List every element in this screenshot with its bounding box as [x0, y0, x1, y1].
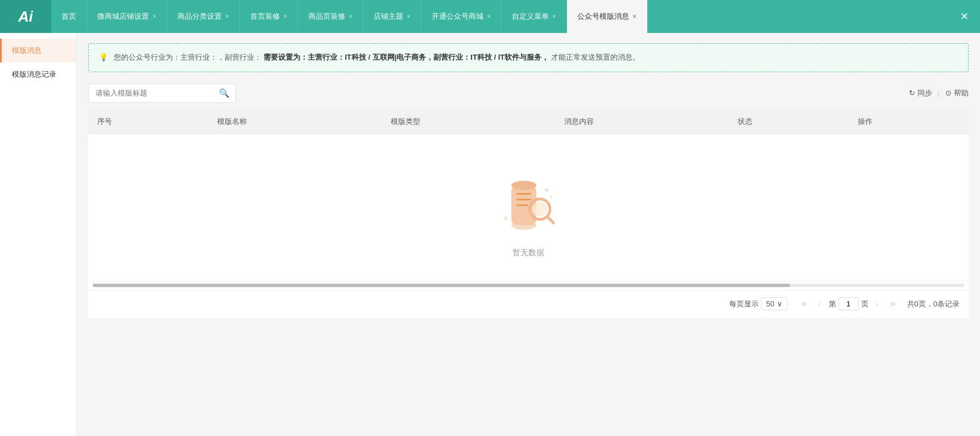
close-tab-template-msg[interactable]: × [632, 13, 636, 20]
close-tab-product-category[interactable]: × [225, 13, 229, 20]
page-nav: ⊲ ‹ 第 页 › ⊳ 共0页，0条记录 [797, 297, 960, 311]
toolbar: 🔍 ↻ 同步 | ⊙ 帮助 [88, 84, 969, 103]
search-input[interactable] [89, 85, 213, 101]
sidebar-item-template-msg[interactable]: 模版消息 [0, 39, 76, 63]
svg-point-11 [504, 217, 507, 220]
scrollbar-thumb [93, 284, 790, 287]
nav-tabs: 首页 微商城店铺设置 × 商品分类设置 × 首页装修 × 商品页装修 × 店铺主… [51, 0, 949, 33]
sync-icon: ↻ [909, 89, 915, 97]
nav-tab-template-msg[interactable]: 公众号模版消息 × [567, 0, 647, 33]
empty-state: 暂无数据 [88, 134, 969, 281]
first-page-button[interactable]: ⊲ [797, 297, 811, 311]
sidebar-item-template-msg-record[interactable]: 模版消息记录 [0, 63, 76, 86]
close-tab-open-public-shop[interactable]: × [487, 13, 491, 20]
nav-tab-shop-theme[interactable]: 店铺主题 × [363, 0, 421, 33]
nav-tab-product-decor[interactable]: 商品页装修 × [298, 0, 363, 33]
col-header-type: 模版类型 [382, 110, 555, 134]
nav-tab-home[interactable]: 首页 [51, 0, 87, 33]
close-tab-home-decor[interactable]: × [283, 13, 287, 20]
sidebar: 模版消息 模版消息记录 [0, 33, 77, 436]
help-button[interactable]: ⊙ 帮助 [945, 88, 969, 98]
col-header-index: 序号 [88, 110, 208, 134]
svg-point-10 [550, 196, 552, 198]
svg-line-8 [547, 217, 553, 223]
toolbar-right: ↻ 同步 | ⊙ 帮助 [909, 88, 969, 98]
page-label-before: 第 [829, 299, 836, 309]
pagination: 每页显示 50 ∨ ⊲ ‹ 第 页 › ⊳ 共0页，0条记录 [88, 290, 969, 318]
page-input[interactable] [838, 297, 859, 310]
close-tab-wshop-setting[interactable]: × [152, 13, 156, 20]
empty-text: 暂无数据 [512, 248, 544, 258]
total-info: 共0页，0条记录 [907, 299, 960, 309]
empty-state-icon [494, 168, 563, 236]
page-size-value: 50 [766, 300, 774, 308]
lightbulb-icon: 💡 [99, 53, 108, 61]
sync-button[interactable]: ↻ 同步 [909, 88, 932, 98]
svg-point-2 [511, 181, 536, 190]
search-button[interactable]: 🔍 [213, 84, 235, 102]
close-tab-product-decor[interactable]: × [349, 13, 353, 20]
col-header-status: 状态 [729, 110, 849, 134]
next-page-button[interactable]: › [871, 297, 884, 311]
page-label-after: 页 [861, 299, 869, 309]
nav-tab-open-public-shop[interactable]: 开通公众号商城 × [421, 0, 502, 33]
col-header-name: 模版名称 [208, 110, 382, 134]
info-text-prefix: 您的公众号行业为：主营行业：，副营行业： [114, 53, 262, 61]
page-size-label: 每页显示 [729, 299, 759, 309]
table-empty-row: 暂无数据 [88, 134, 969, 281]
page-size-dropdown[interactable]: 50 ∨ [761, 297, 787, 310]
info-text-suffix: 才能正常发送预置的消息。 [551, 53, 640, 61]
search-box: 🔍 [88, 84, 236, 103]
col-header-action: 操作 [849, 110, 969, 134]
nav-tab-home-decor[interactable]: 首页装修 × [240, 0, 298, 33]
nav-tab-custom-menu[interactable]: 自定义菜单 × [502, 0, 567, 33]
content-area: 💡 您的公众号行业为：主营行业：，副营行业： 需要设置为：主营行业：IT科技 /… [77, 33, 980, 436]
data-table: 序号 模版名称 模版类型 消息内容 状态 操作 [88, 110, 969, 281]
close-all-button[interactable]: ✕ [949, 0, 980, 33]
nav-tab-product-category[interactable]: 商品分类设置 × [167, 0, 240, 33]
close-tab-shop-theme[interactable]: × [407, 13, 411, 20]
info-banner: 💡 您的公众号行业为：主营行业：，副营行业： 需要设置为：主营行业：IT科技 /… [88, 43, 969, 72]
divider: | [938, 89, 940, 97]
svg-point-9 [545, 188, 548, 192]
close-tab-custom-menu[interactable]: × [552, 13, 556, 20]
prev-page-button[interactable]: ‹ [813, 297, 826, 311]
scrollbar-area[interactable] [88, 281, 969, 290]
logo: Ai [0, 0, 51, 33]
info-text-highlight: 需要设置为：主营行业：IT科技 / 互联网|电子商务，副营行业：IT科技 / I… [263, 53, 549, 61]
col-header-content: 消息内容 [555, 110, 729, 134]
main-layout: 模版消息 模版消息记录 💡 您的公众号行业为：主营行业：，副营行业： 需要设置为… [0, 33, 980, 436]
table-header-row: 序号 模版名称 模版类型 消息内容 状态 操作 [88, 110, 969, 134]
page-size-select: 每页显示 50 ∨ [729, 297, 787, 310]
top-nav: Ai 首页 微商城店铺设置 × 商品分类设置 × 首页装修 × 商品页装修 × … [0, 0, 980, 33]
last-page-button[interactable]: ⊳ [887, 297, 900, 311]
nav-tab-wshop-setting[interactable]: 微商城店铺设置 × [87, 0, 167, 33]
scrollbar-track [93, 284, 964, 287]
help-icon: ⊙ [945, 89, 952, 97]
svg-point-7 [532, 202, 547, 217]
dropdown-arrow-icon: ∨ [777, 300, 783, 308]
